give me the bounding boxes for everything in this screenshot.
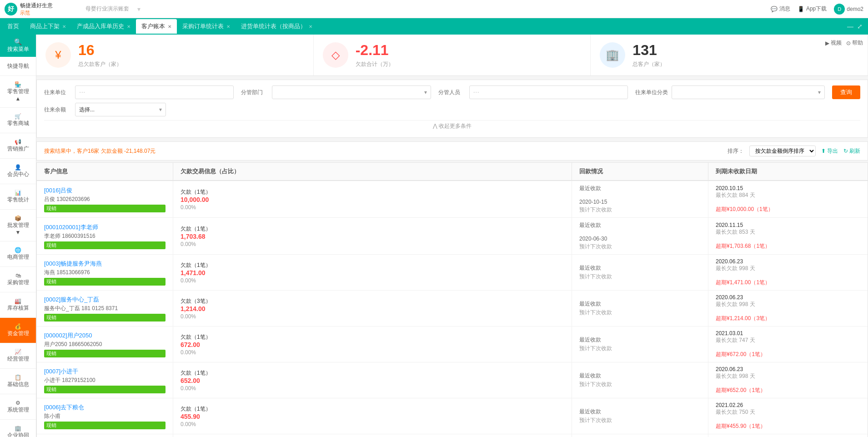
tab-customer-account[interactable]: 客户账本 ✕ <box>136 19 177 34</box>
from-unit-label: 往来单位 <box>44 89 71 96</box>
tab-production-close[interactable]: ✕ <box>127 24 130 29</box>
message-icon: 💬 <box>771 6 778 12</box>
sidebar-item-ecommerce[interactable]: 🌐 电商管理 <box>0 241 36 267</box>
tab-customer-account-close[interactable]: ✕ <box>168 24 171 29</box>
view-btn[interactable]: ▶ 视频 <box>825 39 842 47</box>
from-unit-dots: ··· <box>79 88 85 96</box>
tab-purchase-close[interactable]: ✕ <box>226 24 230 29</box>
sidebar-item-system[interactable]: ⚙ 系统管理 <box>0 394 36 420</box>
tab-expand-btn[interactable]: ⤢ <box>857 23 863 30</box>
query-button[interactable]: 查询 <box>832 85 860 99</box>
dept-input[interactable]: ▾ <box>272 85 431 99</box>
table-row: [0016]吕俊 吕俊 13026203696 现销 欠款（1笔） 10,000… <box>37 181 868 218</box>
customer-name-1[interactable]: [0001020001]李老师 <box>44 223 166 231</box>
person-input[interactable]: ··· <box>469 85 628 99</box>
sidebar-search[interactable]: 🔍 搜索菜单 <box>0 35 36 57</box>
tab-inventory-close[interactable]: ✕ <box>309 24 312 29</box>
table-row: [0007]小进干 小进干 18279152100 现销 欠款（1笔） 652.… <box>37 362 868 398</box>
sidebar-quick-nav[interactable]: 快捷导航 <box>0 57 36 76</box>
debt-info-1: 欠款（1笔） <box>181 225 564 233</box>
sidebar-item-warehouse[interactable]: 🏭 库存核算 <box>0 292 36 318</box>
sidebar-item-retail-stats[interactable]: 📊 零售统计 <box>0 184 36 210</box>
td-customer-7: [000001]黄思源 黄思源 13552700226 现销 <box>37 434 173 437</box>
recent-label-5: 最近收款 <box>579 372 701 380</box>
td-customer-6: [0006]去下粮仓 陈小甫 现销 <box>37 398 173 434</box>
result-summary-text: 搜索结果中，客户16家 欠款金额 -21,148.07元 <box>44 148 156 154</box>
customer-name-6[interactable]: [0006]去下粮仓 <box>44 403 166 412</box>
stat-label-debtors: 总欠款客户（家） <box>78 60 122 68</box>
sidebar-item-retail-mgmt[interactable]: 🏪 零售管理 ▲ <box>0 76 36 108</box>
purchase-label: 采购管理 <box>7 279 29 286</box>
refresh-btn[interactable]: ↻ 刷新 <box>843 147 860 155</box>
sidebar-item-member[interactable]: 👤 会员中心 <box>0 159 36 184</box>
overdue-amount-3[interactable]: 超期¥1,214.00（3笔） <box>716 315 860 322</box>
tab-products-close[interactable]: ✕ <box>62 24 66 29</box>
customer-name-3[interactable]: [0002]服务中心_丁磊 <box>44 296 166 304</box>
company-dropdown-icon[interactable]: ▾ <box>137 5 140 13</box>
td-customer-4: [000002]用户2050 用户2050 18665062050 现销 <box>37 326 173 362</box>
tab-collapse-btn[interactable]: — <box>847 23 853 30</box>
sidebar-item-marketing[interactable]: 📢 营销推广 <box>0 133 36 159</box>
view-icon: ▶ <box>825 40 829 46</box>
customer-name-5[interactable]: [0007]小进干 <box>44 367 166 376</box>
tab-purchase-label: 采购订单统计表 <box>182 22 224 30</box>
table-row: [0006]去下粮仓 陈小甫 现销 欠款（1笔） 455.90 0.00% 最近… <box>37 398 868 434</box>
debt-ratio-4: 0.00% <box>181 349 564 356</box>
filter-row-1: 往来单位 ··· 分管部门 ▾ 分管人员 ··· <box>44 85 860 99</box>
person-label: 分管人员 <box>438 89 466 96</box>
recent-label-3: 最近收款 <box>579 300 701 308</box>
logo-sub: 示范 <box>20 10 53 16</box>
overdue-amount-4[interactable]: 超期¥672.00（1笔） <box>716 351 860 358</box>
sidebar-item-batch-mgmt[interactable]: 📦 批发管理 ▼ <box>0 210 36 241</box>
sidebar-item-enterprise[interactable]: 🏢 企业协同 <box>0 420 36 437</box>
tab-products[interactable]: 商品上下架 ✕ <box>25 19 71 34</box>
sidebar-item-finance[interactable]: 💰 资金管理 <box>0 318 36 343</box>
customer-name-0[interactable]: [0016]吕俊 <box>44 186 166 195</box>
unit-class-input[interactable]: ▾ <box>672 85 825 99</box>
export-btn[interactable]: ⬆ 导出 <box>821 147 838 155</box>
next-label-6: 预计下次收款 <box>579 417 701 424</box>
message-btn[interactable]: 💬 消息 <box>771 5 790 13</box>
remaining-input[interactable]: 选择... ▾ <box>75 103 166 116</box>
td-due-4: 2021.03.01 最长欠款 747 天 超期¥672.00（1笔） <box>708 326 868 362</box>
overdue-amount-2[interactable]: 超期¥1,471.00（1笔） <box>716 279 860 286</box>
td-due-0: 2020.10.15 最长欠款 884 天 超期¥10,000.00（1笔） <box>708 181 868 217</box>
sidebar-search-label: 搜索菜单 <box>2 45 34 53</box>
logo-icon: 好 <box>5 3 17 15</box>
overdue-amount-0[interactable]: 超期¥10,000.00（1笔） <box>716 206 860 213</box>
customer-name-4[interactable]: [000002]用户2050 <box>44 332 166 340</box>
stat-num-debt-total: -2.11 <box>356 42 394 59</box>
filter-collapse-btn[interactable]: ⋀ 收起更多条件 <box>44 120 860 132</box>
overdue-amount-6[interactable]: 超期¥455.90（1笔） <box>716 422 860 430</box>
overdue-days-6: 最长欠款 750 天 <box>716 408 860 416</box>
tab-production[interactable]: 产成品入库单历史 ✕ <box>71 19 136 34</box>
overdue-amount-1[interactable]: 超期¥1,703.68（1笔） <box>716 242 860 250</box>
overdue-amount-5[interactable]: 超期¥652.00（1笔） <box>716 387 860 394</box>
td-recovery-7: 最近收款 预计下次收款 <box>572 434 708 437</box>
tab-purchase[interactable]: 采购订单统计表 ✕ <box>177 19 236 34</box>
from-unit-input[interactable]: ··· <box>75 85 234 99</box>
dept-arrow-icon: ▾ <box>424 89 427 95</box>
sidebar-item-purchase[interactable]: 🛍 采购管理 <box>0 267 36 292</box>
table-row: [0003]畅捷服务尹海燕 海燕 18513066976 现销 欠款（1笔） 1… <box>37 255 868 291</box>
user-area[interactable]: D demo2 <box>834 4 863 15</box>
tab-home[interactable]: 首页 <box>2 19 25 34</box>
ops-label: 经营管理 <box>7 355 29 363</box>
sidebar-item-ops[interactable]: 📈 经营管理 <box>0 343 36 369</box>
customer-name-2[interactable]: [0003]畅捷服务尹海燕 <box>44 260 166 268</box>
customer-contact-0: 吕俊 13026203696 <box>44 196 166 203</box>
debt-amount-3: 1,214.00 <box>181 305 564 312</box>
tab-inventory[interactable]: 进货单统计表（按商品） ✕ <box>236 19 318 34</box>
retail-stats-icon: 📊 <box>15 190 21 196</box>
help-btn[interactable]: ⊙ 帮助 <box>846 39 863 47</box>
debt-info-2: 欠款（1笔） <box>181 261 564 269</box>
sort-select[interactable]: 按欠款金额倒序排序 <box>749 146 816 156</box>
export-icon: ⬆ <box>821 148 826 154</box>
customer-tag-5: 现销 <box>44 386 166 393</box>
debt-amount-0: 10,000.00 <box>181 196 564 203</box>
app-download-btn[interactable]: 📱 App下载 <box>798 5 827 13</box>
sidebar-item-retail-mall[interactable]: 🛒 零售商城 <box>0 108 36 133</box>
warehouse-label: 库存核算 <box>7 304 29 312</box>
sidebar-item-basic[interactable]: 📋 基础信息 <box>0 369 36 394</box>
td-recovery-2: 最近收款 预计下次收款 <box>572 255 708 290</box>
